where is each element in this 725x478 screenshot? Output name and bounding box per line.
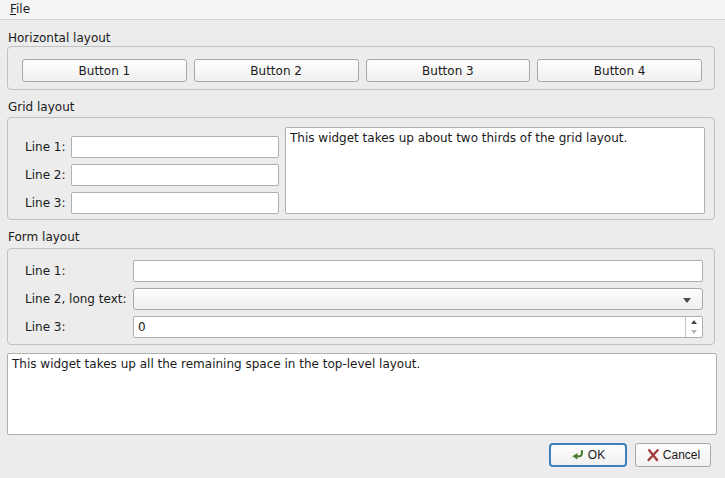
ok-enter-arrow-icon <box>571 448 585 462</box>
spin-up-arrow-icon <box>691 320 697 324</box>
grid-row-1: Line 1: <box>25 136 279 158</box>
form-line2-combobox[interactable] <box>133 288 703 310</box>
menu-file[interactable]: File <box>3 0 37 19</box>
groupbox-form-layout: Line 1: Line 2, long text: Line 3: <box>7 248 715 345</box>
dropdown-arrow-icon <box>683 298 691 303</box>
horizontal-button-row: Button 1 Button 2 Button 3 Button 4 <box>22 59 702 82</box>
groupbox-title-grid-layout: Grid layout <box>8 100 74 114</box>
groupbox-horizontal-layout: Button 1 Button 2 Button 3 Button 4 <box>7 46 715 90</box>
form-line1-input[interactable] <box>133 260 703 282</box>
groupbox-grid-layout: Line 1: Line 2: Line 3: This widget take… <box>7 117 715 220</box>
form-line2-label: Line 2, long text: <box>25 292 133 306</box>
cancel-x-icon <box>646 448 660 462</box>
grid-line3-input[interactable] <box>71 192 279 214</box>
ok-button[interactable]: OK <box>549 443 627 467</box>
spinbox-down-button[interactable] <box>686 327 702 337</box>
menu-bar: File <box>0 0 725 20</box>
groupbox-title-horizontal-layout: Horizontal layout <box>8 31 111 45</box>
grid-row-2: Line 2: <box>25 164 279 186</box>
groupbox-title-form-layout: Form layout <box>8 230 79 244</box>
form-line1-label: Line 1: <box>25 264 133 278</box>
spinbox-buttons <box>685 317 702 337</box>
button-2[interactable]: Button 2 <box>194 59 359 82</box>
button-1[interactable]: Button 1 <box>22 59 187 82</box>
spinbox-input[interactable] <box>134 317 690 337</box>
spin-down-arrow-icon <box>691 330 697 334</box>
spinbox-up-button[interactable] <box>686 317 702 327</box>
grid-line1-input[interactable] <box>71 136 279 158</box>
button-3[interactable]: Button 3 <box>366 59 531 82</box>
basic-layouts-window: File Horizontal layout Button 1 Button 2… <box>0 0 725 478</box>
cancel-button-label: Cancel <box>663 448 700 462</box>
button-4[interactable]: Button 4 <box>537 59 702 82</box>
cancel-button[interactable]: Cancel <box>635 443 711 467</box>
grid-line2-input[interactable] <box>71 164 279 186</box>
bottom-textedit[interactable]: This widget takes up all the remaining s… <box>7 353 717 435</box>
grid-line2-label: Line 2: <box>25 168 71 182</box>
form-row-2: Line 2, long text: <box>25 288 703 310</box>
form-line3-label: Line 3: <box>25 320 133 334</box>
form-line3-spinbox <box>133 316 703 338</box>
grid-line1-label: Line 1: <box>25 140 71 154</box>
grid-textedit[interactable]: This widget takes up about two thirds of… <box>285 127 705 214</box>
ok-button-label: OK <box>588 448 605 462</box>
grid-line3-label: Line 3: <box>25 196 71 210</box>
form-row-1: Line 1: <box>25 260 703 282</box>
grid-row-3: Line 3: <box>25 192 279 214</box>
form-row-3: Line 3: <box>25 316 703 338</box>
